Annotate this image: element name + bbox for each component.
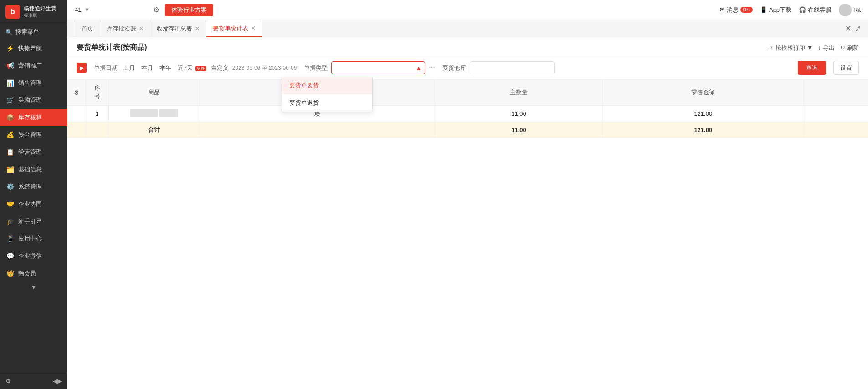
tab-order-summary-close[interactable]: ✕ (251, 25, 256, 31)
table-container: ⚙ 序号 商品 主计量单位 主数量 零售金额 1 (67, 80, 868, 138)
warehouse-filter-input[interactable] (470, 61, 555, 74)
footer-qty: 11.00 (435, 122, 602, 138)
sidebar-item-finance[interactable]: 💰 资金管理 (0, 126, 67, 143)
query-btn[interactable]: 查询 (798, 61, 826, 75)
row-qty: 11.00 (435, 106, 602, 122)
headset-icon: 🎧 (799, 6, 806, 13)
apps-icon: 📱 (5, 235, 15, 242)
refresh-btn[interactable]: ↻ 刷新 (840, 44, 859, 52)
user-menu[interactable]: Rit (839, 4, 861, 16)
row-settings-cell (67, 106, 86, 122)
header: 41 ▼ ⚙ 体验行业方案 ✉ 消息 99+ 📱 App下载 🎧 在线客服 Ri… (67, 0, 868, 20)
sidebar: b 畅捷通好生意 标准版 🔍 搜索菜单 ⚡ 快捷导航 📢 营销推广 📊 销售管理… (0, 0, 67, 389)
settings-bottom-icon[interactable]: ⚙ (5, 378, 11, 384)
type-filter-label: 单据类型 (304, 64, 328, 72)
sidebar-item-basic[interactable]: 🗂️ 基础信息 (0, 161, 67, 178)
footer-amount: 121.00 (602, 122, 804, 138)
print-btn[interactable]: 🖨 按模板打印 ▼ (768, 44, 813, 52)
sidebar-item-wechat[interactable]: 💬 企业微信 (0, 247, 67, 265)
sidebar-item-marketing[interactable]: 📢 营销推广 (0, 57, 67, 74)
print-dropdown-icon: ▼ (807, 44, 813, 51)
company-dropdown-icon[interactable]: ▼ (84, 6, 90, 13)
sidebar-item-inventory[interactable]: 📦 库存核算 (0, 109, 67, 126)
date-shortcuts: 上月 本月 本年 近7天 更多 自定义 (121, 63, 229, 73)
main-area: 41 ▼ ⚙ 体验行业方案 ✉ 消息 99+ 📱 App下载 🎧 在线客服 Ri… (67, 0, 868, 389)
sales-icon: 📊 (5, 79, 15, 87)
type-dropdown-menu: 要货单要货 要货单退货 (282, 77, 373, 112)
col-seq: 序号 (86, 80, 108, 106)
table-row: 1 块 11.00 121.00 (67, 106, 868, 122)
tab-home[interactable]: 首页 (75, 20, 100, 37)
custom-date-btn[interactable]: 自定义 (211, 64, 229, 72)
footer-label: 合计 (108, 122, 200, 138)
filter-expand-btn[interactable]: ▶ (77, 63, 87, 73)
tab-inventory-batch[interactable]: 库存批次账 ✕ (100, 20, 150, 37)
date-filter-group: 单据日期 上月 本月 本年 近7天 更多 自定义 2023-05-06 至 20… (94, 63, 297, 73)
sidebar-item-member[interactable]: 👑 畅会员 (0, 265, 67, 282)
sidebar-search[interactable]: 🔍 搜索菜单 (0, 24, 67, 40)
table-footer-row: 合计 11.00 121.00 (67, 122, 868, 138)
sidebar-item-guide[interactable]: 🎓 新手引导 (0, 213, 67, 230)
basic-icon: 🗂️ (5, 166, 15, 173)
page-content: 要货单统计表(按商品) 🖨 按模板打印 ▼ ↓ 导出 ↻ 刷新 ▶ (67, 37, 868, 389)
trial-btn[interactable]: 体验行业方案 (165, 4, 213, 16)
tabs-right: ✕ ⤢ (845, 24, 861, 33)
export-icon: ↓ (818, 44, 822, 51)
row-seq: 1 (86, 106, 108, 122)
page-title: 要货单统计表(按商品) (77, 43, 147, 52)
sidebar-collapse-btn[interactable]: ◀▶ (53, 378, 62, 384)
guide-icon: 🎓 (5, 218, 15, 225)
tab-inventory-batch-close[interactable]: ✕ (139, 26, 144, 32)
logo-icon: b (5, 5, 20, 19)
sidebar-item-purchase[interactable]: 🛒 采购管理 (0, 92, 67, 109)
company-name: 41 (75, 6, 81, 13)
col-product: 商品 (108, 80, 200, 106)
warehouse-filter-label: 要货仓库 (442, 64, 466, 72)
type-filter-more-btn[interactable]: ··· (429, 64, 435, 72)
export-btn[interactable]: ↓ 导出 (818, 44, 835, 52)
footer-unit (200, 122, 435, 138)
col-amount: 零售金额 (602, 80, 804, 106)
messages-btn[interactable]: ✉ 消息 99+ (720, 6, 753, 14)
sidebar-logo: b 畅捷通好生意 标准版 (0, 0, 67, 24)
tabs-bar: 首页 库存批次账 ✕ 收发存汇总表 ✕ 要货单统计表 ✕ ✕ ⤢ (67, 20, 868, 37)
dropdown-item-require-return[interactable]: 要货单退货 (282, 94, 372, 112)
tab-order-summary[interactable]: 要货单统计表 ✕ (206, 20, 262, 37)
purchase-icon: 🛒 (5, 97, 15, 104)
user-avatar (839, 4, 852, 16)
sidebar-item-operations[interactable]: 📋 经营管理 (0, 143, 67, 161)
sidebar-item-system[interactable]: ⚙️ 系统管理 (0, 178, 67, 195)
sidebar-item-collab[interactable]: 🤝 企业协同 (0, 195, 67, 213)
wechat-icon: 💬 (5, 252, 15, 260)
tabs-expand-btn[interactable]: ⤢ (855, 24, 861, 33)
this-year-btn[interactable]: 本年 (158, 63, 173, 73)
row-amount: 121.00 (602, 106, 804, 122)
table-settings-btn[interactable]: 设置 (833, 61, 859, 75)
table-header-row: ⚙ 序号 商品 主计量单位 主数量 零售金额 (67, 80, 868, 106)
page-header: 要货单统计表(按商品) 🖨 按模板打印 ▼ ↓ 导出 ↻ 刷新 (67, 37, 868, 56)
col-settings[interactable]: ⚙ (67, 80, 86, 106)
last-month-btn[interactable]: 上月 (121, 63, 137, 73)
sidebar-item-sales[interactable]: 📊 销售管理 (0, 74, 67, 92)
this-month-btn[interactable]: 本月 (139, 63, 155, 73)
sidebar-item-apps[interactable]: 📱 应用中心 (0, 230, 67, 247)
footer-extra (804, 122, 868, 138)
online-service-btn[interactable]: 🎧 在线客服 (799, 6, 832, 14)
tab-recv-summary[interactable]: 收发存汇总表 ✕ (150, 20, 206, 37)
header-right: ✉ 消息 99+ 📱 App下载 🎧 在线客服 Rit (720, 4, 861, 16)
date-filter-label: 单据日期 (94, 64, 118, 72)
tabs-close-all-btn[interactable]: ✕ (845, 24, 851, 33)
sidebar-item-quick-nav[interactable]: ⚡ 快捷导航 (0, 40, 67, 57)
tab-recv-summary-close[interactable]: ✕ (195, 26, 200, 32)
sidebar-bottom: ⚙ ◀▶ (0, 373, 67, 389)
sidebar-scroll-down[interactable]: ▼ (0, 282, 67, 292)
message-badge: 99+ (740, 7, 753, 13)
dropdown-item-require-goods[interactable]: 要货单要货 (282, 77, 372, 94)
last-7days-btn[interactable]: 近7天 更多 (176, 63, 208, 73)
system-icon: ⚙️ (5, 183, 15, 190)
row-product (108, 106, 200, 122)
header-settings-btn[interactable]: ⚙ (153, 5, 159, 14)
type-filter-input[interactable] (331, 61, 425, 74)
column-settings-icon[interactable]: ⚙ (74, 89, 79, 96)
app-download-btn[interactable]: 📱 App下载 (760, 6, 791, 14)
